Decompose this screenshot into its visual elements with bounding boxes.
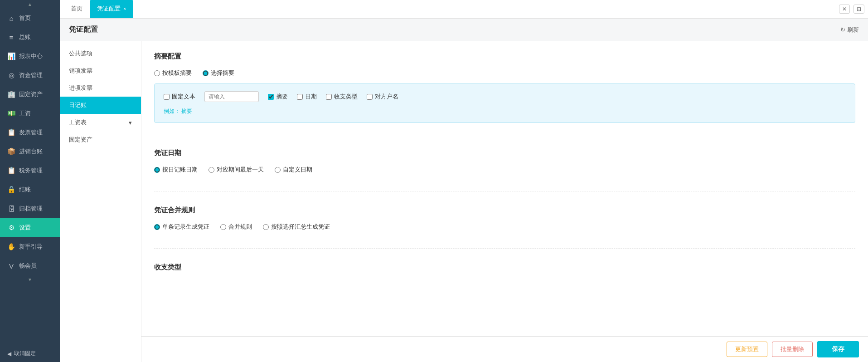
checkbox-fixed-text-input[interactable]	[164, 94, 170, 100]
tab-active-label: 凭证配置	[97, 5, 121, 13]
settings-icon: ⚙	[7, 224, 15, 232]
bottom-action-bar: 更新预置 批量删除 保存	[141, 336, 868, 362]
sidebar-item-vip[interactable]: V 畅会员	[0, 256, 60, 275]
home-icon: ⌂	[7, 15, 15, 22]
sidebar-scroll-down[interactable]: ▼	[0, 275, 60, 284]
sidebar-item-label: 报表中心	[19, 52, 43, 60]
merge-radio-select[interactable]: 按照选择汇总生成凭证	[263, 223, 330, 231]
update-preset-button[interactable]: 更新预置	[727, 342, 767, 357]
checkbox-income-type-input[interactable]	[326, 94, 332, 100]
sidebar-item-home[interactable]: ⌂ 首页	[0, 9, 60, 28]
sidebar-item-salary[interactable]: 💵 工资	[0, 104, 60, 123]
sidebar-item-assets[interactable]: 🏢 固定资产	[0, 85, 60, 104]
date-radio-lastday[interactable]: 对应期间最后一天	[209, 166, 264, 174]
date-radio-custom[interactable]: 自定义日期	[275, 166, 312, 174]
merge-radio-single[interactable]: 单条记录生成凭证	[154, 223, 209, 231]
summary-radio-template[interactable]: 按模板摘要	[154, 69, 192, 77]
fixed-text-input[interactable]	[204, 91, 259, 102]
left-nav-purchase-invoice[interactable]: 进项发票	[60, 79, 141, 97]
sidebar-item-label: 总账	[19, 33, 31, 41]
checkbox-summary[interactable]: 摘要	[268, 93, 288, 101]
right-content: 摘要配置 按模板摘要 选择摘要	[141, 41, 868, 336]
left-nav-payroll-label: 工资表	[69, 118, 87, 127]
merge-radio-select-label: 按照选择汇总生成凭证	[271, 223, 330, 231]
summary-radio-template-input[interactable]	[154, 70, 160, 76]
example-prefix: 例如：	[164, 108, 180, 114]
report-icon: 📊	[7, 52, 15, 60]
sidebar-item-purchase[interactable]: 📦 进销台账	[0, 142, 60, 161]
tab-voucher-config[interactable]: 凭证配置 ×	[90, 0, 133, 18]
income-type-section: 收支类型	[154, 263, 855, 291]
sidebar-scroll-up[interactable]: ▲	[0, 0, 60, 9]
date-radio-lastday-input[interactable]	[209, 167, 214, 173]
left-nav-fixed-assets[interactable]: 固定资产	[60, 131, 141, 148]
left-nav-public[interactable]: 公共选项	[60, 45, 141, 62]
sidebar-item-close[interactable]: 🔒 结账	[0, 180, 60, 199]
tab-close-icon[interactable]: ×	[123, 6, 126, 11]
checkbox-date[interactable]: 日期	[297, 93, 317, 101]
pin-icon: ◀	[7, 351, 11, 357]
guide-icon: ✋	[7, 243, 15, 251]
date-radio-custom-input[interactable]	[275, 167, 281, 173]
checkbox-fixed-text[interactable]: 固定文本	[164, 93, 195, 101]
left-nav-sales[interactable]: 销项发票	[60, 62, 141, 79]
merge-section: 凭证合并规则 单条记录生成凭证 合并规则 按照选择汇总生成凭证	[154, 206, 855, 249]
sidebar-item-label: 畅会员	[19, 262, 37, 270]
funds-icon: ◎	[7, 71, 15, 79]
refresh-label: 刷新	[847, 26, 859, 34]
checkbox-date-input[interactable]	[297, 94, 303, 100]
tab-home[interactable]: 首页	[63, 0, 90, 18]
batch-delete-button[interactable]: 批量删除	[772, 342, 813, 357]
window-close-button[interactable]: ✕	[839, 5, 850, 14]
sidebar-item-ledger[interactable]: ≡ 总账	[0, 28, 60, 47]
sidebar-item-settings[interactable]: ⚙ 设置	[0, 218, 60, 237]
page-header: 凭证配置 ↻ 刷新	[60, 19, 868, 41]
tab-home-label: 首页	[71, 5, 82, 13]
left-nav-fixed-label: 固定资产	[69, 136, 92, 144]
sidebar-item-label: 工资	[19, 109, 31, 117]
archive-icon: 🗄	[7, 205, 15, 213]
summary-config-box: 固定文本 摘要 日期	[154, 83, 855, 123]
date-radio-journal-input[interactable]	[154, 167, 160, 173]
checkbox-summary-input[interactable]	[268, 94, 274, 100]
content-area: 公共选项 销项发票 进项发票 日记账 工资表 ▾ 固定资产	[60, 41, 868, 362]
vip-icon: V	[7, 262, 15, 270]
checkbox-counterpart-input[interactable]	[367, 94, 373, 100]
checkbox-counterpart[interactable]: 对方户名	[367, 93, 398, 101]
sidebar-item-guide[interactable]: ✋ 新手引导	[0, 237, 60, 256]
purchase-icon: 📦	[7, 147, 15, 156]
window-restore-button[interactable]: ⊡	[853, 5, 864, 14]
sidebar-item-label: 资金管理	[19, 71, 43, 79]
merge-radio-select-input[interactable]	[263, 224, 269, 230]
summary-checkbox-row: 固定文本 摘要 日期	[164, 91, 846, 102]
payroll-arrow-icon: ▾	[129, 119, 132, 126]
left-nav: 公共选项 销项发票 进项发票 日记账 工资表 ▾ 固定资产	[60, 41, 141, 362]
summary-radio-select-input[interactable]	[203, 70, 209, 76]
sidebar-item-funds[interactable]: ◎ 资金管理	[0, 66, 60, 85]
date-section-title: 凭证日期	[154, 149, 855, 157]
page-title: 凭证配置	[69, 25, 98, 34]
sidebar-item-label: 进销台账	[19, 147, 43, 156]
tax-icon: 📋	[7, 166, 15, 175]
summary-radio-select[interactable]: 选择摘要	[203, 69, 234, 77]
checkbox-income-type[interactable]: 收支类型	[326, 93, 358, 101]
sidebar-unpin[interactable]: ◀ 取消固定	[0, 345, 60, 362]
left-nav-journal-label: 日记账	[69, 101, 87, 109]
left-nav-payroll[interactable]: 工资表 ▾	[60, 114, 141, 131]
sidebar-item-archive[interactable]: 🗄 归档管理	[0, 199, 60, 218]
refresh-button[interactable]: ↻ 刷新	[840, 26, 859, 34]
merge-radio-rule[interactable]: 合并规则	[220, 223, 252, 231]
merge-radio-rule-input[interactable]	[220, 224, 226, 230]
sidebar: ▲ ⌂ 首页 ≡ 总账 📊 报表中心 ◎ 资金管理 🏢 固定资产 💵 工资 📋 …	[0, 0, 60, 362]
sidebar-item-invoice[interactable]: 📋 发票管理	[0, 123, 60, 142]
date-radio-journal[interactable]: 按日记账日期	[154, 166, 198, 174]
sidebar-item-tax[interactable]: 📋 税务管理	[0, 161, 60, 180]
left-nav-journal[interactable]: 日记账	[60, 97, 141, 114]
date-radio-group: 按日记账日期 对应期间最后一天 自定义日期	[154, 166, 855, 174]
save-button[interactable]: 保存	[817, 341, 859, 357]
sidebar-item-report[interactable]: 📊 报表中心	[0, 47, 60, 66]
sidebar-item-label: 固定资产	[19, 90, 43, 98]
merge-radio-single-input[interactable]	[154, 224, 160, 230]
sidebar-item-label: 归档管理	[19, 205, 43, 213]
checkbox-summary-label: 摘要	[276, 93, 288, 101]
